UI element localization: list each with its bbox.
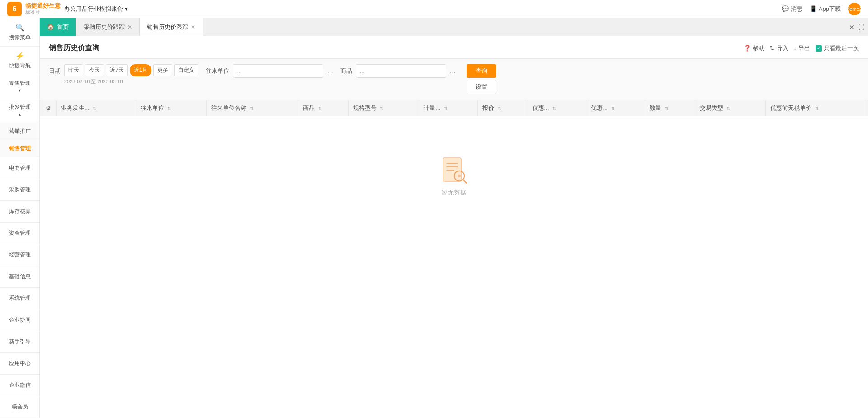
product-more-icon[interactable]: ... — [450, 67, 456, 75]
sidebar-item-newbie[interactable]: 新手引导 — [0, 331, 39, 353]
account-dropdown[interactable]: 办公用品行业模拟账套 ▾ — [64, 5, 128, 13]
page-header: 销售历史价查询 ❓ 帮助 ↻ 导入 ↓ 导出 ✓ — [40, 36, 868, 59]
top-bar: 6 畅捷通好生意 标准版 办公用品行业模拟账套 ▾ 💬 消息 📱 App下载 d… — [0, 0, 868, 18]
home-icon: 🏠 — [47, 24, 54, 30]
query-button[interactable]: 查询 — [467, 64, 496, 78]
wholesale-sub-items: 营销推广 销售管理 — [0, 123, 39, 157]
col-partner-name[interactable]: 往来单位名称 ⇅ — [207, 100, 298, 116]
data-table: ⚙ 业务发生... ⇅ 往来单位 ⇅ 往来单位名称 — [40, 100, 868, 116]
tab-close-sales[interactable]: ✕ — [191, 24, 195, 30]
only-last-checkbox[interactable]: ✓ 只看最后一次 — [816, 44, 859, 52]
col-product[interactable]: 商品 ⇅ — [298, 100, 348, 116]
tab-sales-history[interactable]: 销售历史价跟踪 ✕ — [140, 18, 203, 36]
partner-input-group: ... — [233, 64, 333, 78]
sidebar-item-purchase-mgmt[interactable]: 采购管理 — [0, 179, 39, 201]
page-header-actions: ❓ 帮助 ↻ 导入 ↓ 导出 ✓ 只看最后一次 — [744, 44, 859, 52]
col-discount1[interactable]: 优惠... ⇅ — [528, 100, 586, 116]
import-icon: ↻ — [770, 45, 775, 52]
sidebar-item-wechat[interactable]: 企业微信 — [0, 375, 39, 396]
partner-filter-group: 往来单位 ... — [206, 64, 333, 78]
content-area: 🏠 首页 采购历史价跟踪 ✕ 销售历史价跟踪 ✕ ✕ ⛶ 销售历史价查询 — [40, 18, 868, 418]
sort-icon-spec: ⇅ — [380, 106, 383, 111]
col-discount2[interactable]: 优惠... ⇅ — [586, 100, 645, 116]
product-filter-label: 商品 — [340, 64, 352, 75]
col-qty[interactable]: 数量 ⇅ — [645, 100, 695, 116]
col-settings: ⚙ — [40, 100, 57, 116]
date-buttons: 昨天 今天 近7天 近1月 更多 自定义 — [64, 64, 198, 76]
sidebar-item-sys-mgmt[interactable]: 系统管理 — [0, 288, 39, 309]
table-header-row: ⚙ 业务发生... ⇅ 往来单位 ⇅ 往来单位名称 — [40, 100, 868, 116]
export-button[interactable]: ↓ 导出 — [794, 44, 811, 52]
col-partner-code[interactable]: 往来单位 ⇅ — [136, 100, 207, 116]
date-range-display: 2023-02-18 至 2023-03-18 — [64, 78, 198, 85]
sort-icon-product: ⇅ — [318, 106, 322, 111]
close-tab-action[interactable]: ✕ — [849, 24, 854, 31]
tab-purchase-history[interactable]: 采购历史价跟踪 ✕ — [76, 18, 140, 36]
help-button[interactable]: ❓ 帮助 — [744, 44, 764, 52]
user-menu[interactable]: demo2 — [848, 3, 861, 15]
table-header: ⚙ 业务发生... ⇅ 往来单位 ⇅ 往来单位名称 — [40, 100, 868, 116]
sort-icon-biz-date: ⇅ — [93, 106, 96, 111]
sidebar-item-vip[interactable]: 畅会员 — [0, 396, 39, 418]
sort-icon-quote: ⇅ — [498, 106, 501, 111]
date-btn-more[interactable]: 更多 — [153, 64, 172, 76]
tab-bar-actions: ✕ ⛶ — [845, 24, 868, 31]
svg-rect-0 — [443, 158, 461, 181]
col-spec[interactable]: 规格型号 ⇅ — [348, 100, 419, 116]
date-btn-yesterday[interactable]: 昨天 — [64, 64, 83, 76]
tab-bar: 🏠 首页 采购历史价跟踪 ✕ 销售历史价跟踪 ✕ ✕ ⛶ — [40, 18, 868, 36]
message-button[interactable]: 💬 消息 — [782, 5, 802, 13]
col-unit[interactable]: 计量... ⇅ — [419, 100, 478, 116]
nav-icon: ⚡ — [15, 51, 24, 61]
sidebar-item-sales-mgmt[interactable]: 销售管理 — [0, 140, 39, 157]
date-filter-group: 日期 昨天 今天 近7天 近1月 更多 自定义 2023-02-18 至 202… — [49, 64, 198, 85]
partner-input[interactable] — [233, 64, 323, 78]
col-quote[interactable]: 报价 ⇅ — [477, 100, 528, 116]
sidebar: 🔍 搜索菜单 ⚡ 快捷导航 零售管理 ▾ 批发管理 ▴ 营销推广 销售管理 电商… — [0, 18, 40, 418]
settings-gear-icon[interactable]: ⚙ — [46, 105, 51, 112]
sidebar-item-finance-mgmt[interactable]: 资金管理 — [0, 223, 39, 244]
product-input[interactable] — [356, 64, 446, 78]
help-icon: ❓ — [744, 45, 751, 52]
sidebar-item-enterprise[interactable]: 企业协同 — [0, 309, 39, 331]
avatar: demo2 — [848, 3, 861, 15]
partner-filter-label: 往来单位 — [206, 64, 229, 75]
app-download-button[interactable]: 📱 App下载 — [810, 5, 841, 13]
tab-home[interactable]: 🏠 首页 — [40, 18, 76, 36]
download-icon: 📱 — [810, 5, 817, 12]
maximize-action[interactable]: ⛶ — [858, 24, 864, 31]
svg-line-5 — [463, 180, 467, 183]
col-trade-type[interactable]: 交易类型 ⇅ — [695, 100, 766, 116]
sidebar-item-ops-mgmt[interactable]: 经营管理 — [0, 244, 39, 266]
product-input-group: ... — [356, 64, 456, 78]
top-bar-right: 💬 消息 📱 App下载 demo2 — [782, 3, 861, 15]
sort-icon-qty: ⇅ — [665, 106, 669, 111]
app-subtitle: 标准版 — [25, 10, 61, 15]
sidebar-item-retail-mgmt[interactable]: 零售管理 ▾ — [0, 75, 39, 99]
sidebar-item-basic-info[interactable]: 基础信息 — [0, 266, 39, 288]
sidebar-item-inventory[interactable]: 库存核算 — [0, 201, 39, 223]
import-button[interactable]: ↻ 导入 — [770, 44, 788, 52]
sidebar-item-wholesale-mgmt[interactable]: 批发管理 ▴ — [0, 99, 39, 123]
settings-button[interactable]: 设置 — [467, 80, 496, 94]
table-container: ⚙ 业务发生... ⇅ 往来单位 ⇅ 往来单位名称 — [40, 100, 868, 233]
sort-icon-partner-name: ⇅ — [250, 106, 254, 111]
col-biz-date[interactable]: 业务发生... ⇅ — [57, 100, 136, 116]
sort-icon-discount2: ⇅ — [611, 106, 615, 111]
sidebar-item-ecom-mgmt[interactable]: 电商管理 — [0, 157, 39, 179]
message-icon: 💬 — [782, 5, 789, 12]
tab-close-purchase[interactable]: ✕ — [127, 24, 132, 30]
date-btn-custom[interactable]: 自定义 — [174, 64, 198, 76]
sidebar-item-app-center[interactable]: 应用中心 — [0, 353, 39, 375]
chevron-up-icon: ▴ — [19, 111, 21, 118]
main-layout: 🔍 搜索菜单 ⚡ 快捷导航 零售管理 ▾ 批发管理 ▴ 营销推广 销售管理 电商… — [0, 18, 868, 418]
date-btn-today[interactable]: 今天 — [85, 64, 104, 76]
sidebar-item-quick-nav[interactable]: ⚡ 快捷导航 — [0, 47, 39, 75]
checkbox-checked-icon: ✓ — [816, 45, 822, 52]
date-btn-last7[interactable]: 近7天 — [106, 64, 128, 76]
partner-more-icon[interactable]: ... — [327, 67, 333, 75]
sidebar-item-search-menu[interactable]: 🔍 搜索菜单 — [0, 18, 39, 47]
sidebar-item-marketing[interactable]: 营销推广 — [0, 123, 39, 140]
col-pretax-price[interactable]: 优惠前无税单价 ⇅ — [766, 100, 868, 116]
date-btn-last1m[interactable]: 近1月 — [130, 64, 152, 76]
